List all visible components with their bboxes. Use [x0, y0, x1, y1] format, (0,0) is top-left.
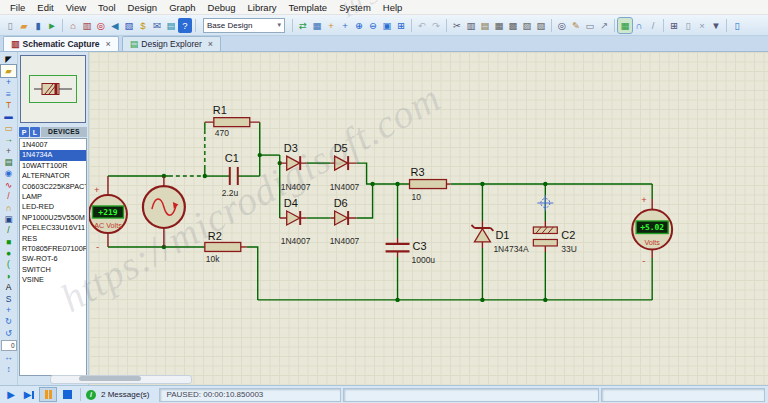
- device-item-switch[interactable]: SWITCH: [20, 265, 86, 275]
- scrollbar-thumb[interactable]: [79, 376, 141, 381]
- vsine-source[interactable]: [143, 176, 185, 247]
- block-move-icon[interactable]: ▩: [506, 18, 520, 33]
- cut-icon[interactable]: ✂: [450, 18, 464, 33]
- menu-library[interactable]: Library: [242, 1, 283, 14]
- message-count[interactable]: 2 Message(s): [98, 390, 157, 399]
- 2d-box-mode-icon[interactable]: ■: [1, 236, 16, 247]
- device-item-np1000u25v550m[interactable]: NP1000U25V550M: [20, 213, 86, 223]
- junction-dot-mode-icon[interactable]: +: [1, 77, 16, 88]
- diode-d6[interactable]: D6 1N4007: [330, 197, 360, 246]
- project-notes-icon[interactable]: ✉: [150, 18, 164, 33]
- device-item-vsine[interactable]: VSINE: [20, 275, 86, 285]
- device-item-c0603c225k8pact[interactable]: C0603C225K8PACT: [20, 182, 86, 192]
- device-pins-mode-icon[interactable]: +: [1, 145, 16, 156]
- menu-tool[interactable]: Tool: [92, 1, 121, 14]
- zoom-in-icon[interactable]: ⊕: [352, 18, 366, 33]
- subcircuit-mode-icon[interactable]: ▭: [1, 122, 16, 133]
- tab-design-explorer[interactable]: ▤ Design Explorer ×: [122, 36, 221, 51]
- gerber-viewer-icon[interactable]: ◀: [108, 18, 122, 33]
- device-item-rt0805fre07100r[interactable]: RT0805FRE07100R: [20, 244, 86, 254]
- device-item-alternator[interactable]: ALTERNATOR: [20, 171, 86, 181]
- pick-parts-button[interactable]: P: [19, 127, 29, 137]
- 2d-line-mode-icon[interactable]: /: [1, 225, 16, 236]
- refresh-display-icon[interactable]: ⇄: [296, 18, 310, 33]
- selection-mode-icon[interactable]: ◤: [1, 54, 16, 65]
- marker-mode-icon[interactable]: +: [1, 305, 16, 316]
- horizontal-scrollbar[interactable]: [50, 375, 192, 384]
- copy-icon[interactable]: ▥: [464, 18, 478, 33]
- rotate-anticlockwise-icon[interactable]: ↺: [1, 327, 16, 338]
- resistor-r3[interactable]: R3 10: [410, 166, 451, 202]
- menu-template[interactable]: Template: [283, 1, 334, 14]
- tab-close-icon[interactable]: ×: [103, 39, 111, 49]
- device-item-sw-rot-6[interactable]: SW-ROT-6: [20, 254, 86, 264]
- 2d-symbol-mode-icon[interactable]: S: [1, 293, 16, 304]
- menu-edit[interactable]: Edit: [31, 1, 59, 14]
- capacitor-c3[interactable]: C3 1000u: [386, 238, 436, 265]
- 2d-arc-mode-icon[interactable]: (: [1, 259, 16, 270]
- electrical-rule-check-icon[interactable]: ▯: [730, 18, 744, 33]
- center-at-cursor-icon[interactable]: +: [338, 18, 352, 33]
- menu-help[interactable]: Help: [377, 1, 409, 14]
- 3d-visualizer-icon[interactable]: ▧: [122, 18, 136, 33]
- ac-voltmeter[interactable]: +219 AC Volts + -: [89, 176, 127, 252]
- search-tag-icon[interactable]: ∩: [632, 18, 646, 33]
- toggle-grid-icon[interactable]: ▦: [310, 18, 324, 33]
- step-button[interactable]: ▶: [21, 388, 37, 401]
- virtual-instruments-mode-icon[interactable]: ▣: [1, 213, 16, 224]
- rotate-clockwise-icon[interactable]: ↻: [1, 316, 16, 327]
- device-item-10watt100r[interactable]: 10WATT100R: [20, 161, 86, 171]
- wire-autorouter-icon[interactable]: ▦: [618, 18, 632, 33]
- false-origin-icon[interactable]: +: [324, 18, 338, 33]
- generator-mode-icon[interactable]: ∿: [1, 179, 16, 190]
- 2d-path-mode-icon[interactable]: ◗: [1, 270, 16, 281]
- diode-d5[interactable]: D5 1N4007: [330, 142, 360, 192]
- graph-mode-icon[interactable]: ▤: [1, 157, 16, 168]
- device-item-lamp[interactable]: LAMP: [20, 192, 86, 202]
- zoom-area-icon[interactable]: ▣: [380, 18, 394, 33]
- block-copy-icon[interactable]: ▦: [492, 18, 506, 33]
- info-icon[interactable]: i: [86, 390, 96, 400]
- new-document-icon[interactable]: ▯: [3, 18, 17, 33]
- undo-icon[interactable]: ↶: [415, 18, 429, 33]
- import-project-icon[interactable]: ►: [45, 18, 59, 33]
- help-icon[interactable]: ?: [178, 18, 192, 33]
- zoom-all-icon[interactable]: ⊞: [394, 18, 408, 33]
- goto-sheet-icon[interactable]: ▼: [709, 18, 723, 33]
- block-delete-icon[interactable]: ▧: [534, 18, 548, 33]
- bill-of-materials-icon[interactable]: $: [136, 18, 150, 33]
- web-browser-icon[interactable]: ▤: [164, 18, 178, 33]
- block-rotate-icon[interactable]: ▨: [520, 18, 534, 33]
- property-assignment-icon[interactable]: /: [646, 18, 660, 33]
- remove-sheet-icon[interactable]: ×: [695, 18, 709, 33]
- make-device-icon[interactable]: ✎: [569, 18, 583, 33]
- zener-diode-d1[interactable]: D1 1N4734A: [471, 221, 529, 254]
- capacitor-c1[interactable]: C1 2.2u: [222, 152, 239, 198]
- device-item-led-red[interactable]: LED-RED: [20, 202, 86, 212]
- redo-icon[interactable]: ↷: [429, 18, 443, 33]
- pick-device-icon[interactable]: ◎: [555, 18, 569, 33]
- wires[interactable]: [108, 122, 652, 300]
- rotation-angle-field[interactable]: 0: [1, 340, 17, 351]
- design-selector[interactable]: Base Design▾: [203, 18, 285, 33]
- pcb-layout-icon[interactable]: ◎: [94, 18, 108, 33]
- resistor-r2[interactable]: R2 10k: [205, 230, 247, 264]
- mirror-horizontal-icon[interactable]: ↔: [1, 352, 16, 363]
- mirror-vertical-icon[interactable]: ↕: [1, 363, 16, 374]
- new-root-sheet-icon[interactable]: ▯: [681, 18, 695, 33]
- menu-view[interactable]: View: [60, 1, 92, 14]
- device-item-res[interactable]: RES: [20, 234, 86, 244]
- device-item-1n4734a[interactable]: 1N4734A: [20, 150, 86, 160]
- zoom-out-icon[interactable]: ⊖: [366, 18, 380, 33]
- voltage-probe-mode-icon[interactable]: /: [1, 191, 16, 202]
- wire-label-mode-icon[interactable]: ≡: [1, 88, 16, 99]
- menu-file[interactable]: File: [4, 1, 31, 14]
- menu-debug[interactable]: Debug: [202, 1, 242, 14]
- terminals-mode-icon[interactable]: →: [1, 134, 16, 145]
- buses-mode-icon[interactable]: ▬: [1, 111, 16, 122]
- menu-system[interactable]: System: [333, 1, 377, 14]
- paste-icon[interactable]: ▤: [478, 18, 492, 33]
- device-item-pcelec33u16v11[interactable]: PCELEC33U16V11: [20, 223, 86, 233]
- text-script-mode-icon[interactable]: T: [1, 100, 16, 111]
- save-project-icon[interactable]: ▮: [31, 18, 45, 33]
